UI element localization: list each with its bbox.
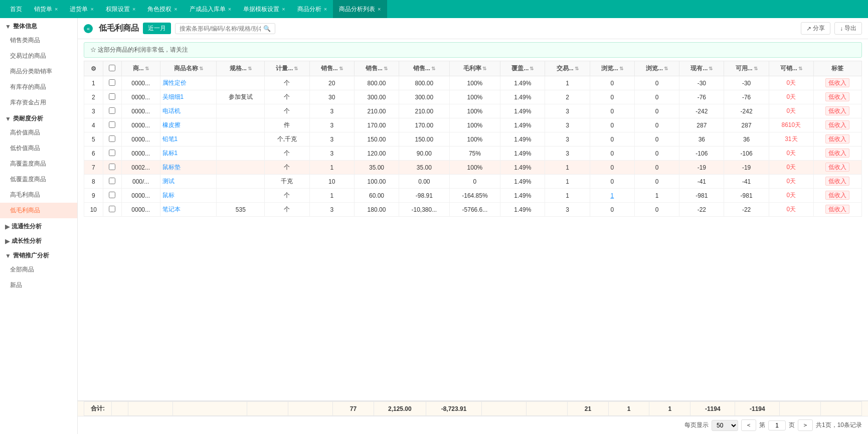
nav-purchase-order[interactable]: 进货单 × <box>64 0 99 18</box>
row-name[interactable]: 橡皮擦 <box>160 118 217 132</box>
col-gross[interactable]: 毛利率⇅ <box>449 61 500 76</box>
next-page-button[interactable]: ＞ <box>798 419 813 431</box>
sidebar-item-in-stock-products[interactable]: 有库存的商品 <box>0 79 77 95</box>
row-name[interactable]: 测试 <box>160 175 217 189</box>
row-name[interactable]: 笔记本 <box>160 203 217 217</box>
page-number-input[interactable] <box>768 420 786 430</box>
prev-page-button[interactable]: ＜ <box>741 419 756 431</box>
row-name[interactable]: 属性定价 <box>160 76 217 90</box>
row-select-checkbox[interactable] <box>109 192 115 198</box>
col-checkbox[interactable] <box>103 61 121 76</box>
col-spec[interactable]: 规格...⇅ <box>217 61 265 76</box>
sidebar-group-overall-info[interactable]: ▼ 整体信息 <box>0 18 77 33</box>
share-button[interactable]: ↗ 分享 <box>801 22 830 35</box>
sidebar-group-category-analysis[interactable]: ▼ 类耐度分析 <box>0 110 77 125</box>
search-input[interactable] <box>180 25 261 32</box>
row-name[interactable]: 鼠标垫 <box>160 161 217 175</box>
row-checkbox[interactable] <box>103 132 121 147</box>
col-available[interactable]: 可用...⇅ <box>724 61 769 76</box>
nav-template-settings[interactable]: 单据模板设置 × <box>237 0 291 18</box>
row-name[interactable]: 铅笔1 <box>160 132 217 147</box>
sidebar-item-high-coverage[interactable]: 高覆盖度商品 <box>0 156 77 172</box>
row-select-checkbox[interactable] <box>109 164 115 170</box>
row-checkbox[interactable] <box>103 175 121 189</box>
row-select-checkbox[interactable] <box>109 135 115 142</box>
sidebar-item-high-margin[interactable]: 高毛利商品 <box>0 187 77 203</box>
sidebar-group-marketing[interactable]: ▼ 营销推广分析 <box>0 247 77 262</box>
col-sales1[interactable]: 销售...⇅ <box>309 61 354 76</box>
col-sales2[interactable]: 销售...⇅ <box>354 61 399 76</box>
row-checkbox[interactable] <box>103 118 121 132</box>
col-sales3[interactable]: 销售...⇅ <box>399 61 450 76</box>
sidebar-item-category-sales-rate[interactable]: 商品分类助销率 <box>0 64 77 79</box>
row-checkbox[interactable] <box>103 104 121 118</box>
nav-product-analysis[interactable]: 商品分析 × <box>291 0 333 18</box>
export-button[interactable]: ↓ 导出 <box>834 22 862 35</box>
close-icon[interactable]: × <box>228 6 231 12</box>
row-checkbox[interactable] <box>103 189 121 203</box>
nav-permission-settings[interactable]: 权限设置 × <box>100 0 141 18</box>
row-checkbox[interactable] <box>103 203 121 217</box>
date-filter-button[interactable]: 近一月 <box>143 23 171 34</box>
sidebar-item-new-products[interactable]: 新品 <box>0 277 77 293</box>
close-icon[interactable]: × <box>55 6 58 12</box>
sidebar-item-high-value[interactable]: 高价值商品 <box>0 125 77 140</box>
row-checkbox[interactable] <box>103 161 121 175</box>
close-icon[interactable]: × <box>378 6 381 12</box>
sidebar-group-circulation[interactable]: ▶ 流通性分析 <box>0 218 77 233</box>
row-available: -242 <box>724 104 769 118</box>
sidebar-toggle-button[interactable]: « <box>84 24 93 33</box>
sidebar-item-all-products[interactable]: 全部商品 <box>0 262 77 277</box>
nav-role-auth[interactable]: 角色授权 × <box>141 0 183 18</box>
sidebar-item-low-value[interactable]: 低价值商品 <box>0 140 77 156</box>
row-checkbox[interactable] <box>103 76 121 90</box>
col-sellable[interactable]: 可销...⇅ <box>769 61 813 76</box>
col-settings[interactable]: ⚙ <box>84 61 103 76</box>
row-select-checkbox[interactable] <box>109 93 115 100</box>
close-icon[interactable]: × <box>90 6 93 12</box>
row-code: 0000... <box>121 203 160 217</box>
table-row: 7 0002... 鼠标垫 个 1 35.00 35.00 100% 1.49%… <box>84 161 862 175</box>
sidebar-item-low-coverage[interactable]: 低覆盖度商品 <box>0 172 77 187</box>
select-all-checkbox[interactable] <box>109 65 115 71</box>
row-select-checkbox[interactable] <box>109 79 115 86</box>
row-name[interactable]: 鼠标1 <box>160 147 217 161</box>
col-browse2[interactable]: 浏览...⇅ <box>634 61 679 76</box>
row-select-checkbox[interactable] <box>109 150 115 156</box>
row-checkbox[interactable] <box>103 147 121 161</box>
row-browse1[interactable]: 1 <box>590 189 634 203</box>
row-name[interactable]: 电话机 <box>160 104 217 118</box>
row-current: 287 <box>679 118 724 132</box>
nav-sales-order[interactable]: 销货单 × <box>28 0 64 18</box>
nav-product-analysis-list[interactable]: 商品分析列表 × <box>333 0 387 18</box>
close-icon[interactable]: × <box>132 6 135 12</box>
row-name[interactable]: 吴细细1 <box>160 90 217 104</box>
close-icon[interactable]: × <box>324 6 327 12</box>
col-coverage[interactable]: 覆盖...⇅ <box>500 61 545 76</box>
row-select-checkbox[interactable] <box>109 178 115 184</box>
col-trade[interactable]: 交易...⇅ <box>545 61 590 76</box>
sidebar-group-growth[interactable]: ▶ 成长性分析 <box>0 233 77 247</box>
col-tag[interactable]: 标签 <box>813 61 861 76</box>
row-browse1: 0 <box>590 175 634 189</box>
sidebar-item-inventory-capital[interactable]: 库存资金占用 <box>0 95 77 110</box>
page-size-select[interactable]: 50 100 200 <box>712 420 738 431</box>
col-code[interactable]: 商...⇅ <box>121 61 160 76</box>
row-checkbox[interactable] <box>103 90 121 104</box>
nav-home[interactable]: 首页 <box>4 0 28 18</box>
sidebar-item-traded-products[interactable]: 交易过的商品 <box>0 48 77 64</box>
nav-product-storage[interactable]: 产成品入库单 × <box>184 0 237 18</box>
row-name[interactable]: 鼠标 <box>160 189 217 203</box>
row-select-checkbox[interactable] <box>109 121 115 128</box>
col-name[interactable]: 商品名称⇅ <box>160 61 217 76</box>
col-browse1[interactable]: 浏览...⇅ <box>590 61 634 76</box>
close-icon[interactable]: × <box>174 6 177 12</box>
close-icon[interactable]: × <box>282 6 285 12</box>
col-current[interactable]: 现有...⇅ <box>679 61 724 76</box>
row-select-checkbox[interactable] <box>109 107 115 114</box>
sidebar-item-low-margin[interactable]: 低毛利商品 <box>0 203 77 218</box>
sidebar-item-sales-products[interactable]: 销售类商品 <box>0 33 77 48</box>
row-trade: 2 <box>545 90 590 104</box>
col-unit[interactable]: 计量...⇅ <box>265 61 309 76</box>
row-select-checkbox[interactable] <box>109 206 115 212</box>
